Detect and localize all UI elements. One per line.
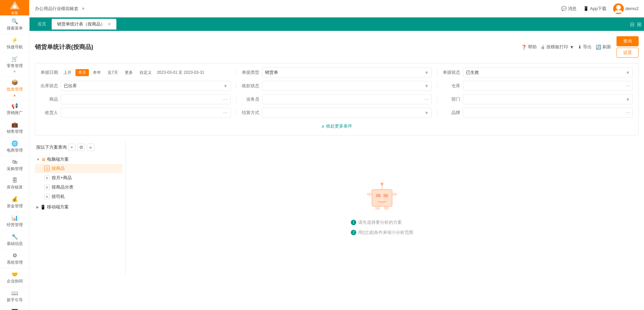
sidebar-item-marketing[interactable]: 📢 营销推广 — [0, 100, 29, 119]
out-status-value[interactable]: 已出库 ▼ — [61, 81, 231, 91]
date-tab-more[interactable]: 更多 — [122, 69, 136, 76]
goods-value[interactable]: ··· — [61, 94, 231, 104]
scheme-collapse-btn[interactable]: « — [87, 144, 94, 151]
export-btn[interactable]: ⬇ 导出 — [578, 44, 592, 50]
filter-goods: 商品 ··· — [41, 94, 231, 104]
date-tab-this-year[interactable]: 本年 — [90, 69, 104, 76]
sidebar-item-guide[interactable]: 📖 新手引导 — [0, 287, 29, 306]
tree-group-mobile-arrow: ▶ — [36, 205, 39, 209]
filter-row-1: 单据日期 上月 本月 本年 近7天 更多 自定义 2023-03-01 至 20… — [41, 67, 633, 78]
retail-icon: 🛒 — [11, 56, 18, 62]
user-menu[interactable]: demo2 — [613, 3, 639, 14]
tab-home-label: 首页 — [38, 21, 46, 27]
tree-group-pc-header[interactable]: ▼ 🖥 电脑端方案 — [35, 155, 122, 164]
empty-state: 1 请先选择要分析的方案 2 用[过滤]条件来缩小分析范围 — [125, 158, 639, 258]
doc-type-text: 销货单 — [265, 69, 278, 75]
tree-group-mobile-header[interactable]: ▶ 📱 移动端方案 — [35, 203, 122, 211]
filter-staff: 业务员 ··· — [242, 94, 432, 104]
collapse-row[interactable]: ∧ 收起更多条件 — [41, 121, 633, 131]
empty-illustration — [362, 178, 402, 211]
sidebar-item-apps[interactable]: 🔲 应用中心 — [0, 306, 29, 310]
staff-label: 业务员 — [242, 96, 259, 102]
dept-value[interactable]: ▼ — [463, 94, 633, 104]
content-area: 销货单统计表(按商品) ❓ 帮助 🖨 按模板打印 ▼ ⬇ 导出 — [30, 31, 644, 310]
filter-row-2: 出库状态 已出库 ▼ 收款状态 ▼ 仓库 — [41, 81, 633, 91]
svg-point-3 — [616, 5, 621, 10]
scheme-add-btn[interactable]: ＋ — [68, 144, 75, 151]
tree-item-by-driver-icon: ≡ — [44, 194, 50, 199]
filter-doc-status: 单据状态 已生效 ▼ — [443, 67, 633, 78]
tab-sales-stat-label: 销货单统计表（按商品） — [57, 21, 105, 27]
maximize-icon: ⊞ — [637, 21, 641, 28]
tip-num-1: 1 — [351, 220, 356, 225]
sidebar-item-finance[interactable]: 💰 资金管理 — [0, 193, 29, 212]
brand-dots: ··· — [626, 110, 630, 116]
print-arrow: ▼ — [570, 45, 574, 50]
sidebar-item-ecommerce-label: 电商管理 — [7, 148, 23, 153]
tab-sales-stat[interactable]: 销货单统计表（按商品） ✕ — [52, 19, 116, 30]
sidebar-item-retail-label: 零售管理 — [7, 63, 23, 69]
date-tab-custom[interactable]: 自定义 — [137, 69, 154, 76]
sidebar-item-ecommerce[interactable]: 🌐 电商管理 — [0, 138, 29, 156]
sidebar-item-retail[interactable]: 🛒 零售管理 ▼ — [0, 53, 29, 76]
brand-label: 品牌 — [443, 110, 460, 116]
settings-btn[interactable]: 设置 — [616, 48, 639, 58]
sidebar-item-quicknav[interactable]: ⚡ 快捷导航 — [0, 34, 29, 53]
sidebar-item-basic[interactable]: 🔧 基础信息 — [0, 231, 29, 250]
sidebar-item-system[interactable]: ⚙ 系统管理 — [0, 250, 29, 268]
date-tab-last-month[interactable]: 上月 — [61, 69, 74, 76]
tab-expand-btn[interactable]: ⊟ ⊞ — [630, 21, 641, 28]
left-pane: 按以下方案查询 ＋ ⚙ « ▼ 🖥 电脑端方案 — [35, 141, 125, 275]
refresh-label: 刷新 — [602, 44, 611, 50]
tip-text-2: 用[过滤]条件来缩小分析范围 — [358, 228, 413, 237]
sidebar-item-inventory[interactable]: 🗄 库存核算 — [0, 175, 29, 193]
tree-item-by-driver[interactable]: ≡ 按司机 — [35, 192, 122, 201]
scheme-header: 按以下方案查询 ＋ ⚙ « — [35, 141, 122, 154]
export-label: 导出 — [583, 44, 592, 50]
refresh-btn[interactable]: 🔄 刷新 — [596, 44, 611, 50]
sidebar-item-operations[interactable]: 📊 经营管理 — [0, 212, 29, 231]
app-download-label: App下载 — [590, 6, 606, 12]
sidebar-item-wholesale[interactable]: 📦 批发管理 ▲ — [0, 76, 29, 100]
doc-type-value[interactable]: 销货单 ▼ — [262, 67, 432, 78]
sidebar-item-marketing-label: 营销推广 — [7, 110, 23, 116]
top-header-left: 办公用品行业模拟账套 ▼ — [35, 6, 85, 12]
sidebar-item-enterprise[interactable]: 🤝 企业协同 — [0, 268, 29, 287]
app-download-btn[interactable]: 📱 App下载 — [583, 6, 606, 12]
tree-group-mobile-label: 移动端方案 — [47, 204, 69, 210]
receiver-label: 收货人 — [41, 110, 58, 116]
doc-status-value[interactable]: 已生效 ▼ — [463, 67, 633, 78]
tree-item-by-month-goods[interactable]: ≡ 按月+商品 — [35, 173, 122, 183]
receiver-value[interactable]: ··· — [61, 108, 231, 118]
message-btn[interactable]: 💬 消息 — [561, 6, 577, 12]
collapse-icon: ∧ — [321, 124, 325, 129]
sidebar-item-enterprise-label: 企业协同 — [7, 278, 23, 284]
warehouse-value[interactable]: ··· — [463, 81, 633, 91]
help-btn[interactable]: ❓ 帮助 — [521, 44, 537, 50]
ecommerce-icon: 🌐 — [11, 140, 18, 147]
brand-value[interactable]: ··· — [463, 108, 633, 118]
date-tab-this-month[interactable]: 本月 — [75, 69, 89, 76]
tab-home[interactable]: 首页 — [32, 19, 52, 30]
tree-item-by-goods[interactable]: ⊙ 按商品 — [35, 164, 122, 173]
sidebar-item-purchase[interactable]: 🛍 采购管理 — [0, 156, 29, 175]
sidebar-item-sales[interactable]: 💼 销售管理 — [0, 119, 29, 138]
scheme-settings-btn[interactable]: ⚙ — [77, 144, 85, 151]
filter-receipt-status: 收款状态 ▼ — [242, 81, 432, 91]
date-tab-7days[interactable]: 近7天 — [105, 69, 121, 76]
divider-3 — [236, 83, 236, 89]
tree-item-by-category[interactable]: ≡ 按商品分类 — [35, 183, 122, 192]
user-avatar — [613, 3, 624, 14]
receipt-status-value[interactable]: ▼ — [262, 81, 432, 91]
receiver-dots: ··· — [223, 110, 227, 116]
print-btn[interactable]: 🖨 按模板打印 ▼ — [541, 44, 574, 50]
svg-point-2 — [13, 5, 16, 8]
sidebar-item-search[interactable]: 🔍 搜索菜单 — [0, 15, 29, 34]
refresh-icon: 🔄 — [596, 45, 601, 50]
query-btn[interactable]: 查询 — [616, 36, 639, 46]
staff-value[interactable]: ··· — [262, 94, 432, 104]
settle-value[interactable]: ▼ — [262, 108, 432, 118]
divider-5 — [236, 96, 236, 103]
tip-item-2: 2 用[过滤]条件来缩小分析范围 — [351, 228, 413, 237]
tab-close-icon[interactable]: ✕ — [108, 22, 111, 27]
